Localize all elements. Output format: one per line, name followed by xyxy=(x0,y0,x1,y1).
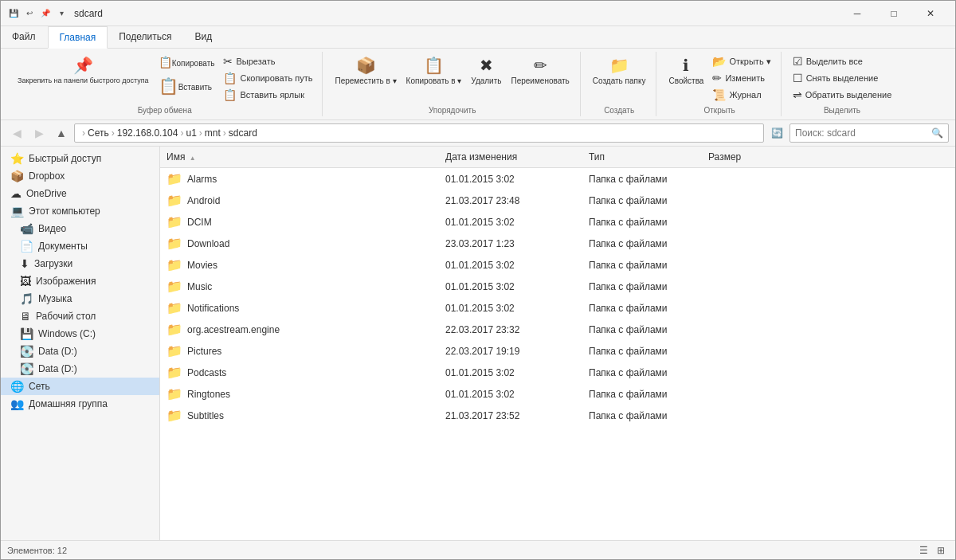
table-row[interactable]: 📁 Podcasts 01.01.2015 3:02 Папка с файла… xyxy=(160,362,955,383)
file-type-cell: Папка с файлами xyxy=(582,194,702,208)
properties-button[interactable]: ℹ Свойства xyxy=(664,53,707,88)
tab-home[interactable]: Главная xyxy=(48,26,108,49)
file-date-cell: 01.01.2015 3:02 xyxy=(439,172,582,186)
col-name[interactable]: Имя ▲ xyxy=(160,150,439,164)
table-row[interactable]: 📁 Pictures 22.03.2017 19:19 Папка с файл… xyxy=(160,340,955,362)
new-folder-button[interactable]: 📁 Создать папку xyxy=(589,53,650,88)
folder-icon: 📁 xyxy=(167,365,182,380)
table-row[interactable]: 📁 Alarms 01.01.2015 3:02 Папка с файлами xyxy=(160,168,955,190)
edit-icon: ✏ xyxy=(712,72,722,84)
maximize-button[interactable]: □ xyxy=(876,1,912,26)
address-box[interactable]: › Сеть › 192.168.0.104 › u1 › mnt › sdca… xyxy=(74,123,764,143)
sidebar-item-homegroup[interactable]: 👥 Домашняя группа xyxy=(1,395,159,413)
file-rows-container: 📁 Alarms 01.01.2015 3:02 Папка с файлами… xyxy=(160,168,955,426)
organize-items: 📦 Переместить в ▾ 📋 Копировать в ▾ ✖ Уда… xyxy=(331,53,573,103)
col-date[interactable]: Дата изменения xyxy=(439,150,582,164)
sidebar-item-downloads[interactable]: ⬇ Загрузки xyxy=(1,255,159,272)
table-row[interactable]: 📁 Subtitles 21.03.2017 23:52 Папка с фай… xyxy=(160,405,955,426)
folder-icon: 📁 xyxy=(167,236,182,251)
refresh-button[interactable]: 🔄 xyxy=(767,123,786,143)
tiles-view-button[interactable]: ⊞ xyxy=(933,542,949,558)
sidebar-item-onedrive[interactable]: ☁ OneDrive xyxy=(1,185,159,202)
rename-label: Переименовать xyxy=(511,76,570,85)
tab-view[interactable]: Вид xyxy=(183,26,224,48)
back-button[interactable]: ◀ xyxy=(7,123,26,143)
select-all-button[interactable]: ☑ Выделить все xyxy=(789,53,895,69)
sidebar-item-network[interactable]: 🌐 Сеть xyxy=(1,378,159,395)
sidebar-label-quick-access: Быстрый доступ xyxy=(29,153,101,164)
invert-icon: ⇌ xyxy=(793,88,802,101)
ribbon-group-organize: 📦 Переместить в ▾ 📋 Копировать в ▾ ✖ Уда… xyxy=(324,52,580,116)
file-type-cell: Папка с файлами xyxy=(582,215,702,229)
path-chevron: › xyxy=(82,127,85,139)
table-row[interactable]: 📁 org.acestream.engine 22.03.2017 23:32 … xyxy=(160,319,955,340)
documents-icon: 📄 xyxy=(20,240,33,253)
table-row[interactable]: 📁 Movies 01.01.2015 3:02 Папка с файлами xyxy=(160,254,955,276)
sidebar-item-this-pc[interactable]: 💻 Этот компьютер xyxy=(1,202,159,220)
file-type-cell: Папка с файлами xyxy=(582,237,702,251)
file-type-cell: Папка с файлами xyxy=(582,387,702,401)
title-bar: 💾 ↩ 📌 ▾ sdcard ─ □ ✕ xyxy=(1,1,955,26)
forward-button[interactable]: ▶ xyxy=(29,123,49,143)
file-name: Music xyxy=(187,281,212,292)
move-button[interactable]: 📦 Переместить в ▾ xyxy=(331,53,400,88)
copy-path-button[interactable]: 📋 Скопировать путь xyxy=(220,70,315,86)
invert-select-button[interactable]: ⇌ Обратить выделение xyxy=(789,87,895,103)
view-icons: ☰ ⊞ xyxy=(915,542,949,558)
path-sep2: › xyxy=(180,127,183,139)
folder-icon: 📁 xyxy=(167,322,182,337)
paste-label: Вставить xyxy=(178,83,212,92)
pin-button[interactable]: 📌 Закрепить на панели быстрого доступа xyxy=(14,53,153,88)
search-input[interactable] xyxy=(795,127,928,139)
col-type[interactable]: Тип xyxy=(582,150,702,164)
table-row[interactable]: 📁 Ringtones 01.01.2015 3:02 Папка с файл… xyxy=(160,383,955,405)
file-size-cell xyxy=(702,328,797,331)
history-label: Журнал xyxy=(729,90,761,100)
col-size[interactable]: Размер xyxy=(702,150,797,164)
select-items: ☑ Выделить все ☐ Снять выделение ⇌ Обрат… xyxy=(789,53,895,103)
edit-button[interactable]: ✏ Изменить xyxy=(709,70,774,86)
up-button[interactable]: ▲ xyxy=(52,123,71,143)
open-button[interactable]: 📂 Открыть ▾ xyxy=(709,53,774,69)
new-label: Создать xyxy=(604,106,634,115)
sidebar-item-dropbox[interactable]: 📦 Dropbox xyxy=(1,167,159,185)
table-row[interactable]: 📁 Android 21.03.2017 23:48 Папка с файла… xyxy=(160,190,955,211)
pin-label: Закрепить на панели быстрого доступа xyxy=(18,76,149,85)
copy-button[interactable]: 📋 Копировать xyxy=(155,53,219,72)
paste-button[interactable]: 📋 Вставить xyxy=(155,74,219,100)
details-view-button[interactable]: ☰ xyxy=(915,542,931,558)
cut-button[interactable]: ✂ Вырезать xyxy=(220,53,315,69)
sidebar-label-pictures: Изображения xyxy=(36,276,96,287)
delete-button[interactable]: ✖ Удалить xyxy=(467,53,505,88)
table-row[interactable]: 📁 Notifications 01.01.2015 3:02 Папка с … xyxy=(160,297,955,319)
copy-to-button[interactable]: 📋 Копировать в ▾ xyxy=(402,53,466,88)
title-dropdown[interactable]: ▾ xyxy=(55,7,68,20)
paste-shortcut-button[interactable]: 📋 Вставить ярлык xyxy=(220,87,315,103)
table-row[interactable]: 📁 Download 23.03.2017 1:23 Папка с файла… xyxy=(160,233,955,254)
sidebar-item-data-d1[interactable]: 💽 Data (D:) xyxy=(1,343,159,360)
status-text: Элементов: 12 xyxy=(7,546,67,555)
sidebar-item-windows-c[interactable]: 💾 Windows (C:) xyxy=(1,325,159,343)
tab-file[interactable]: Файл xyxy=(1,26,48,48)
deselect-button[interactable]: ☐ Снять выделение xyxy=(789,70,895,86)
sidebar-item-quick-access[interactable]: ⭐ Быстрый доступ xyxy=(1,150,159,167)
sidebar-item-desktop[interactable]: 🖥 Рабочий стол xyxy=(1,307,159,325)
search-box[interactable]: 🔍 xyxy=(789,123,949,143)
sidebar-item-data-d2[interactable]: 💽 Data (D:) xyxy=(1,360,159,378)
tab-share[interactable]: Поделиться xyxy=(108,26,183,48)
file-date-cell: 21.03.2017 23:52 xyxy=(439,409,582,423)
sidebar-item-video[interactable]: 📹 Видео xyxy=(1,220,159,237)
rename-icon: ✏ xyxy=(534,56,547,75)
file-size-cell xyxy=(702,221,797,224)
homegroup-icon: 👥 xyxy=(10,397,24,410)
rename-button[interactable]: ✏ Переименовать xyxy=(507,53,574,88)
history-button[interactable]: 📜 Журнал xyxy=(709,87,774,103)
window-controls: ─ □ ✕ xyxy=(839,1,949,26)
sidebar-item-pictures[interactable]: 🖼 Изображения xyxy=(1,272,159,290)
table-row[interactable]: 📁 Music 01.01.2015 3:02 Папка с файлами xyxy=(160,276,955,297)
table-row[interactable]: 📁 DCIM 01.01.2015 3:02 Папка с файлами xyxy=(160,211,955,233)
sidebar-item-documents[interactable]: 📄 Документы xyxy=(1,237,159,255)
close-button[interactable]: ✕ xyxy=(912,1,949,26)
sidebar-item-music[interactable]: 🎵 Музыка xyxy=(1,290,159,307)
minimize-button[interactable]: ─ xyxy=(839,1,876,26)
